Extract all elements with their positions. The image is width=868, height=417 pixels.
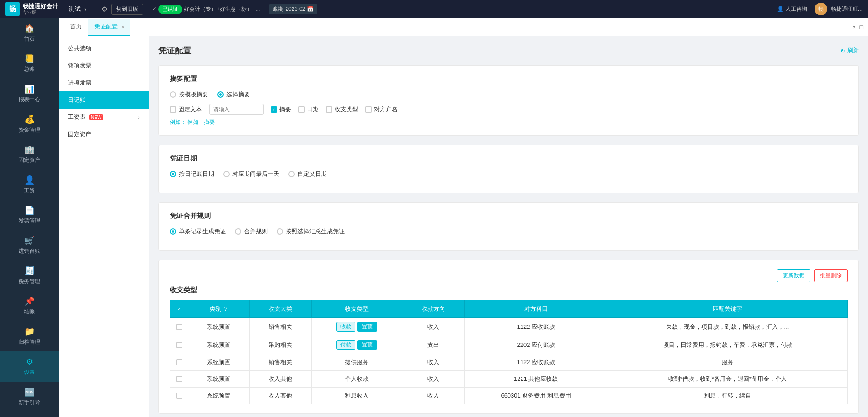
- top-bar-actions: + ⚙ 切到旧版: [94, 4, 143, 15]
- period-badge: 账期 2023-02 📅: [269, 4, 317, 14]
- tab-home[interactable]: 首页: [63, 19, 88, 36]
- merge-section: 凭证合并规则 单条记录生成凭证 合并规则: [158, 202, 859, 251]
- sidebar-item-close[interactable]: 📌 结账: [0, 291, 59, 321]
- row2-checkbox[interactable]: [176, 342, 182, 348]
- date-radio-custom[interactable]: 自定义日期: [288, 170, 327, 178]
- leftnav-label-purchase-invoice: 进项发票: [68, 79, 91, 87]
- example-text: 例如： 例如：摘要: [170, 118, 848, 126]
- close-window-button[interactable]: ×: [852, 24, 856, 31]
- tab-voucher-config[interactable]: 凭证配置 ×: [88, 19, 130, 36]
- example-value: 例如：摘要: [187, 119, 215, 125]
- merge-radio-rules[interactable]: 合并规则: [235, 227, 268, 236]
- checkbox-income-type[interactable]: 收支类型: [326, 105, 358, 114]
- single-record-circle: [170, 228, 176, 235]
- radio-select-label: 选择摘要: [226, 90, 250, 99]
- summary-radio-group: 按模板摘要 选择摘要: [170, 90, 848, 99]
- support-button[interactable]: 👤 人工咨询: [777, 5, 807, 13]
- settings-icon[interactable]: ⚙: [101, 5, 108, 14]
- sidebar-item-assets[interactable]: 🏢 固定资产: [0, 139, 59, 170]
- checkbox-counterparty[interactable]: 对方户名: [365, 105, 398, 114]
- td-big-cat-1: 销售相关: [249, 318, 311, 336]
- date-radio-period-last[interactable]: 对应期间最后一天: [223, 170, 279, 178]
- merge-rules-circle: [235, 228, 241, 235]
- row3-checkbox[interactable]: [176, 359, 182, 365]
- td-direction-3: 收入: [403, 354, 464, 371]
- td-account-2: 2202 应付账款: [464, 336, 608, 354]
- summary-radio-select[interactable]: 选择摘要: [217, 90, 250, 99]
- leftnav-item-sales-invoice[interactable]: 销项发票: [59, 57, 149, 74]
- merge-radio-single[interactable]: 单条记录生成凭证: [170, 227, 226, 236]
- sidebar-label-home: 首页: [24, 35, 35, 43]
- tab-close-icon[interactable]: ×: [121, 24, 124, 29]
- sidebar-item-trade[interactable]: 🛒 进销台账: [0, 230, 59, 261]
- radio-template-circle: [170, 91, 176, 98]
- leftnav-item-journal[interactable]: 日记账: [59, 91, 149, 109]
- row5-checkbox[interactable]: [176, 393, 182, 399]
- sidebar-label-ledger: 总账: [24, 66, 35, 73]
- company-dropdown-icon[interactable]: ▾: [84, 7, 86, 12]
- td-type-5: 利息收入: [311, 388, 403, 404]
- summary-checkbox-label: 摘要: [279, 105, 291, 114]
- sidebar-item-settings[interactable]: ⚙ 设置: [0, 351, 59, 382]
- top-bar-left: 畅 畅捷通好会计 专业版 测试 ▾ + ⚙ 切到旧版 ✓ 已认证 好会计（专）+…: [5, 2, 317, 16]
- sidebar-item-invoice[interactable]: 📄 发票管理: [0, 200, 59, 230]
- sidebar-item-archive[interactable]: 📁 归档管理: [0, 321, 59, 351]
- old-version-button[interactable]: 切到旧版: [111, 4, 143, 15]
- sidebar-label-guide: 新手引导: [19, 399, 40, 407]
- td-category-4: 系统预置: [188, 371, 250, 388]
- radio-template-label: 按模板摘要: [179, 90, 208, 99]
- single-record-label: 单条记录生成凭证: [179, 227, 226, 236]
- sidebar-item-ledger[interactable]: 📒 总账: [0, 48, 59, 79]
- logo-main-text: 畅捷通好会计: [23, 3, 58, 10]
- left-nav: 公共选项 销项发票 进项发票 日记账 工资表: [59, 36, 149, 417]
- sidebar-item-guide[interactable]: 🆕 新手引导: [0, 382, 59, 412]
- fixed-text-input[interactable]: [209, 104, 264, 115]
- leftnav-label-fixed-assets: 固定资产: [68, 130, 91, 138]
- sidebar-item-tax[interactable]: 🧾 税务管理: [0, 261, 59, 291]
- row4-checkbox[interactable]: [176, 376, 182, 382]
- leftnav-label-journal: 日记账: [68, 96, 86, 104]
- sidebar-item-home[interactable]: 🏠 首页: [0, 18, 59, 48]
- sidebar-item-funds[interactable]: 💰 资金管理: [0, 109, 59, 139]
- logo-area: 畅 畅捷通好会计 专业版: [5, 2, 58, 16]
- date-checkbox-label: 日期: [307, 105, 319, 114]
- leftnav-item-purchase-invoice[interactable]: 进项发票: [59, 74, 149, 91]
- main-content: 凭证配置 ↻ 刷新 摘要配置: [149, 36, 868, 417]
- batch-delete-button[interactable]: 批量删除: [814, 269, 848, 282]
- leftnav-item-public[interactable]: 公共选项: [59, 40, 149, 57]
- new-badge-payroll: NEW: [89, 114, 103, 120]
- sidebar-item-reports[interactable]: 📊 报表中心: [0, 79, 59, 109]
- salary-icon: 👤: [24, 175, 34, 185]
- select-all-checkbox[interactable]: ✓: [176, 306, 182, 312]
- reset-btn-1[interactable]: 置顶: [357, 322, 377, 332]
- sidebar-item-member[interactable]: ⭐ 畅会员: [0, 412, 59, 417]
- sidebar-item-salary[interactable]: 👤 工资: [0, 170, 59, 200]
- checkbox-date[interactable]: 日期: [298, 105, 319, 114]
- update-data-button[interactable]: 更新数据: [777, 269, 810, 282]
- invoice-icon: 📄: [24, 205, 34, 215]
- add-icon[interactable]: +: [94, 5, 98, 13]
- period-last-label: 对应期间最后一天: [232, 170, 279, 178]
- example-prefix: 例如：: [170, 119, 186, 125]
- checkbox-fixed-text[interactable]: 固定文本: [170, 105, 202, 114]
- maximize-window-button[interactable]: □: [860, 24, 863, 31]
- summary-radio-template[interactable]: 按模板摘要: [170, 90, 208, 99]
- checkbox-summary[interactable]: ✓ 摘要: [271, 105, 291, 114]
- home-icon: 🏠: [24, 24, 34, 33]
- archive-icon: 📁: [24, 327, 34, 336]
- income-type-checkbox: [326, 106, 332, 113]
- custom-date-label: 自定义日期: [297, 170, 327, 178]
- date-radio-journal[interactable]: 按日记账日期: [170, 170, 214, 178]
- tab-active-label: 凭证配置: [94, 23, 118, 31]
- row1-checkbox[interactable]: [176, 324, 182, 330]
- logo-text: 畅捷通好会计 专业版: [23, 3, 58, 15]
- refresh-button[interactable]: ↻ 刷新: [840, 47, 859, 55]
- leftnav-item-payroll[interactable]: 工资表 NEW ›: [59, 109, 149, 126]
- merge-radio-summary[interactable]: 按照选择汇总生成凭证: [277, 227, 345, 236]
- td-big-cat-5: 收入其他: [249, 388, 311, 404]
- calendar-icon[interactable]: 📅: [307, 6, 314, 12]
- summary-gen-label: 按照选择汇总生成凭证: [286, 227, 345, 236]
- leftnav-item-fixed-assets[interactable]: 固定资产: [59, 126, 149, 143]
- date-checkbox: [298, 106, 305, 113]
- reset-btn-2[interactable]: 置顶: [357, 340, 377, 350]
